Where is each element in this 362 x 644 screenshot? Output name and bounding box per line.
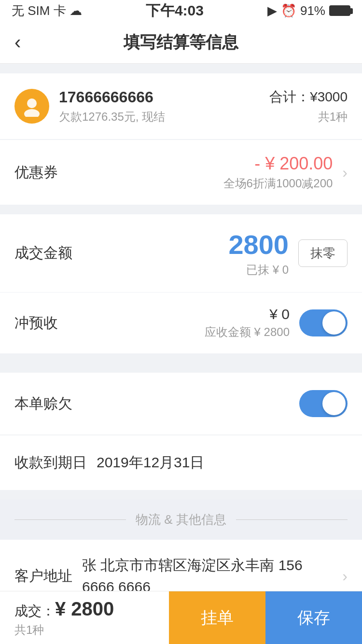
due-date-value: 2019年12月31日 [97, 453, 204, 473]
coupon-discount: - ¥ 200.00 [254, 154, 333, 174]
logistics-title: 物流 & 其他信息 [126, 511, 236, 528]
debt-row: 本单赊欠 [0, 373, 362, 434]
coupon-row[interactable]: 优惠券 - ¥ 200.00 全场6折满1000减200 › [0, 140, 362, 205]
address-label: 客户地址 [14, 566, 72, 586]
back-button[interactable]: ‹ [14, 31, 43, 53]
status-right: ▶ ⏰ 91% [267, 3, 350, 18]
coupon-label: 优惠券 [14, 163, 58, 182]
bottom-summary-amount: ¥ 2800 [55, 598, 114, 619]
customer-phone: 17666666666 [59, 88, 269, 106]
alarm-icon: ⏰ [281, 3, 296, 18]
logistics-separator [0, 490, 362, 500]
customer-info: 17666666666 欠款1276.35元, 现结 [59, 88, 269, 125]
prepay-receivable: 应收金额 ¥ 2800 [205, 324, 290, 340]
section-separator-2 [0, 353, 362, 363]
bottom-count: 共1种 [14, 622, 154, 638]
customer-summary: 合计：¥3000 共1种 [269, 88, 348, 125]
debt-toggle[interactable] [299, 390, 348, 417]
location-icon: ▶ [267, 3, 277, 18]
status-left: 无 SIM 卡 ☁ [12, 2, 82, 19]
summary-count: 共1种 [269, 109, 348, 125]
address-arrow-icon: › [342, 567, 348, 585]
summary-total: 合计：¥3000 [269, 88, 348, 106]
sim-status: 无 SIM 卡 ☁ [12, 2, 82, 19]
prepay-row: 冲预收 ¥ 0 应收金额 ¥ 2800 [0, 292, 362, 353]
due-date-label: 收款到期日 [14, 453, 87, 473]
customer-debt: 欠款1276.35元, 现结 [59, 109, 269, 125]
battery-level: 91% [300, 3, 325, 18]
avatar [14, 89, 49, 124]
amount-row: 成交金额 2800 已抹 ¥ 0 抹零 [0, 214, 362, 292]
amount-label: 成交金额 [14, 243, 72, 263]
coupon-desc: 全场6折满1000减200 [223, 176, 333, 191]
hold-button[interactable]: 挂单 [169, 591, 265, 644]
page-title: 填写结算等信息 [124, 31, 238, 54]
amount-section: 成交金额 2800 已抹 ¥ 0 抹零 冲预收 ¥ 0 应收金额 ¥ 2800 [0, 214, 362, 353]
debt-label: 本单赊欠 [14, 394, 72, 414]
status-bar: 无 SIM 卡 ☁ 下午4:03 ▶ ⏰ 91% [0, 0, 362, 21]
content: 17666666666 欠款1276.35元, 现结 合计：¥3000 共1种 … [0, 64, 362, 644]
bottom-summary-label: 成交： [14, 603, 55, 618]
save-button[interactable]: 保存 [265, 591, 362, 644]
bottom-bar: 成交：¥ 2800 共1种 挂单 保存 [0, 591, 362, 644]
customer-card: 17666666666 欠款1276.35元, 现结 合计：¥3000 共1种 [0, 73, 362, 139]
prepay-amount: ¥ 0 [205, 306, 290, 322]
prepay-label: 冲预收 [14, 313, 58, 333]
nav-bar: ‹ 填写结算等信息 [0, 21, 362, 64]
already-erased: 已抹 ¥ 0 [246, 262, 289, 278]
debt-toggle-knob [322, 392, 346, 415]
divider-left [14, 519, 126, 520]
bottom-amount-row: 成交：¥ 2800 [14, 598, 154, 620]
amount-value: 2800 [228, 229, 289, 260]
battery-icon [329, 5, 350, 16]
due-date-row: 收款到期日 2019年12月31日 [0, 435, 362, 490]
prepay-toggle[interactable] [299, 309, 348, 336]
coupon-arrow-icon: › [342, 164, 348, 182]
toggle-knob [322, 311, 346, 335]
status-time: 下午4:03 [146, 1, 204, 21]
eraze-button[interactable]: 抹零 [298, 239, 348, 267]
logistics-header: 物流 & 其他信息 [0, 500, 362, 540]
bottom-summary: 成交：¥ 2800 共1种 [0, 598, 169, 638]
svg-point-1 [24, 109, 40, 117]
divider-right [236, 519, 348, 520]
svg-point-0 [27, 98, 37, 108]
section-separator-1 [0, 205, 362, 214]
